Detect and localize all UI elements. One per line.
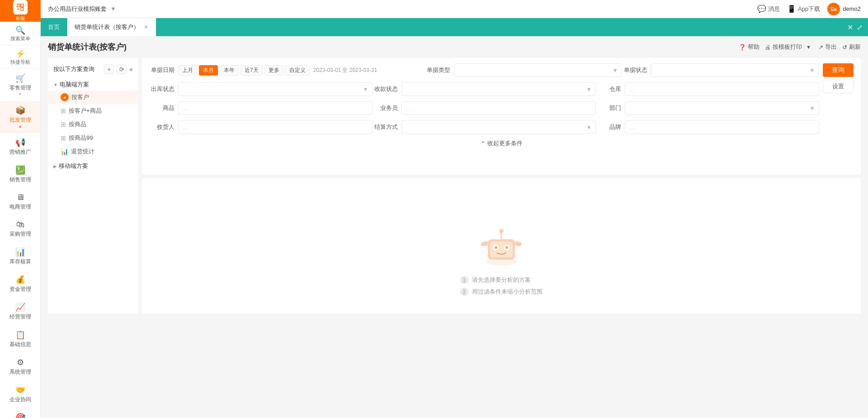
filter-warehouse-select[interactable]: ... <box>625 82 819 96</box>
filter-row-1: 单据日期 上月 本月 本年 近7天 更多 自定义 <box>149 63 819 77</box>
sidebar-item-label: 经营管理 <box>9 313 31 321</box>
filter-product-select[interactable]: ... <box>178 101 373 115</box>
sidebar-item-sales-mgmt[interactable]: 💹 销售管理 <box>0 161 40 188</box>
scheme-collapse-button[interactable]: « <box>129 66 133 73</box>
sidebar-quicknav-section[interactable]: ⚡ 快捷导航 <box>0 45 40 69</box>
tab-sales-stat[interactable]: 销货单统计表（按客户） ✕ <box>67 18 156 36</box>
collapse-icon: « <box>129 66 133 73</box>
msg-button[interactable]: 💬 消息 <box>757 5 780 13</box>
sidebar-item-purchase[interactable]: 🛍 采购管理 <box>0 215 40 242</box>
filter-brand-select[interactable]: ... <box>625 120 819 134</box>
filter-doctype-label: 单据类型 <box>425 66 450 74</box>
scheme-item-return-stat[interactable]: 📊 退货统计 <box>48 145 138 158</box>
empty-tip-2: 2 用过滤条件来缩小分析范围 <box>460 288 542 296</box>
scheme-item-by-customer[interactable]: ● 按客户 <box>48 90 138 104</box>
print-button[interactable]: 🖨 按模板打印 ▼ <box>765 43 813 51</box>
filter-cell-docstatus: 单据状态 ▼ <box>622 63 819 77</box>
sidebar-search-section[interactable]: 🔍 搜索菜单 <box>0 22 40 45</box>
filter-receiptstatus-select[interactable]: ▼ <box>401 82 596 96</box>
query-button[interactable]: 查询 <box>823 63 854 77</box>
refresh-label: 刷新 <box>849 43 861 51</box>
filter-outstatus-select[interactable]: ▼ <box>178 82 373 96</box>
print-main[interactable]: 🖨 按模板打印 <box>765 43 804 51</box>
svg-point-8 <box>499 229 504 233</box>
scheme-item-by-customer-product[interactable]: ⊞ 按客户+商品 <box>48 104 138 118</box>
filter-salesperson-select[interactable]: ... <box>401 101 596 115</box>
purchase-icon: 🛍 <box>16 220 24 229</box>
sidebar-item-finance[interactable]: 💰 资金管理 <box>0 270 40 298</box>
sidebar-item-label: 电商管理 <box>9 203 31 211</box>
filter-cell-date: 单据日期 上月 本月 本年 近7天 更多 自定义 <box>149 65 425 76</box>
date-range-text: 2023-03-01 至 2023-03-31 <box>313 66 377 74</box>
business-icon: 📈 <box>15 302 25 312</box>
page-inner: 销货单统计表(按客户) ❓ 帮助 🖨 按模板打印 ▼ ↗ <box>41 36 868 319</box>
scheme-add-button[interactable]: + <box>104 64 114 74</box>
svg-rect-10 <box>514 241 522 247</box>
tab-close-icon[interactable]: ✕ <box>144 24 148 30</box>
sidebar-logo[interactable]: 标服 <box>0 0 41 22</box>
filter-consignee-select[interactable]: ... <box>178 120 373 134</box>
scheme-group-desktop-title[interactable]: ▼ 电脑端方案 <box>48 79 138 90</box>
filter-docstatus-select[interactable]: ▼ <box>651 63 819 77</box>
date-btn-custom[interactable]: 自定义 <box>285 65 310 76</box>
app-download-button[interactable]: 📱 App下载 <box>787 5 820 13</box>
filter-payment-select[interactable]: ▼ <box>401 120 596 134</box>
filter-row-2: 出库状态 ▼ 收款状态 <box>149 82 819 96</box>
sidebar-item-inventory[interactable]: 📊 库存核算 <box>0 242 40 270</box>
collapse-filter-button[interactable]: ⌃ 收起更多条件 <box>475 138 528 149</box>
tab-bar-right-actions: ✕ ⤢ <box>847 23 868 32</box>
consignee-placeholder: ... <box>182 124 187 131</box>
svg-rect-2 <box>490 242 513 257</box>
date-btn-more[interactable]: 更多 <box>264 65 283 76</box>
scheme-refresh-icon: ⟳ <box>119 66 124 73</box>
date-btn-this-year[interactable]: 本年 <box>220 65 239 76</box>
scheme-item-bar-icon: 📊 <box>61 148 68 155</box>
sidebar-item-marketing[interactable]: 📢 营销推广 <box>0 133 40 161</box>
breadcrumb-dropdown-icon[interactable]: ▼ <box>110 5 116 12</box>
user-menu-button[interactable]: Ea demo2 <box>827 3 861 15</box>
scheme-group-mobile-title[interactable]: ▶ 移动端方案 <box>53 162 133 170</box>
settings-button[interactable]: 设置 <box>823 80 854 93</box>
svg-rect-9 <box>481 241 489 247</box>
tab-sales-stat-label: 销货单统计表（按客户） <box>75 23 139 31</box>
empty-state: 1 请先选择要分析的方案 2 用过滤条件来缩小分析范围 <box>142 178 861 332</box>
tab-close-all-icon[interactable]: ✕ <box>847 23 853 32</box>
sidebar-item-retail[interactable]: 🛒 零售管理 ▼ <box>0 69 40 101</box>
scheme-group-desktop-label: 电脑端方案 <box>60 81 89 89</box>
scheme-item-by-product-99[interactable]: ⊞ 按商品99 <box>48 131 138 145</box>
sidebar-item-ecommerce[interactable]: 🖥 电商管理 <box>0 188 40 215</box>
scheme-item-by-product[interactable]: ⊞ 按商品 <box>48 118 138 131</box>
tab-home[interactable]: 首页 <box>41 18 67 36</box>
date-btn-this-month[interactable]: 本月 <box>199 65 218 76</box>
scheme-group-mobile-label: 移动端方案 <box>59 162 88 170</box>
tip-num-1: 1 <box>460 276 468 284</box>
user-name: demo2 <box>843 5 861 12</box>
print-icon: 🖨 <box>765 44 771 51</box>
sidebar-item-business[interactable]: 📈 经营管理 <box>0 298 40 325</box>
tab-home-label: 首页 <box>48 23 60 31</box>
sidebar-item-enterprise[interactable]: 🤝 企业协同 <box>0 380 40 408</box>
logo-icon <box>13 0 28 14</box>
refresh-button[interactable]: ↺ 刷新 <box>842 43 861 51</box>
app-download-label: App下载 <box>798 5 820 13</box>
date-btn-last-month[interactable]: 上月 <box>178 65 197 76</box>
scheme-mobile-arrow: ▶ <box>53 164 57 169</box>
help-button[interactable]: ❓ 帮助 <box>739 43 760 51</box>
sidebar-item-system[interactable]: ⚙ 系统管理 <box>0 353 40 380</box>
filter-cell-product: 商品 ... <box>149 101 373 115</box>
filter-doctype-select[interactable]: ▼ <box>454 63 622 77</box>
scheme-refresh-button[interactable]: ⟳ <box>117 64 127 74</box>
sidebar-item-arrow: ▼ <box>18 92 22 96</box>
inventory-icon: 📊 <box>15 247 25 257</box>
print-dropdown-icon[interactable]: ▼ <box>804 44 813 50</box>
export-button[interactable]: ↗ 导出 <box>818 43 837 51</box>
scheme-item-by-customer-label: 按客户 <box>71 93 89 101</box>
filter-department-select[interactable]: ▼ <box>625 101 819 115</box>
tab-maximize-icon[interactable]: ⤢ <box>857 23 863 32</box>
date-filter-controls: 上月 本月 本年 近7天 更多 自定义 2023-03-01 至 2023-03… <box>178 65 425 76</box>
sidebar-item-basic[interactable]: 📋 基础信息 <box>0 325 40 353</box>
sidebar-item-wholesale[interactable]: 📦 批发管理 ▲ <box>0 101 40 133</box>
date-btn-last-7[interactable]: 近7天 <box>241 65 263 76</box>
sales-mgmt-icon: 💹 <box>15 165 25 175</box>
sidebar-item-newbie[interactable]: 🎯 新手引导 <box>0 408 40 418</box>
